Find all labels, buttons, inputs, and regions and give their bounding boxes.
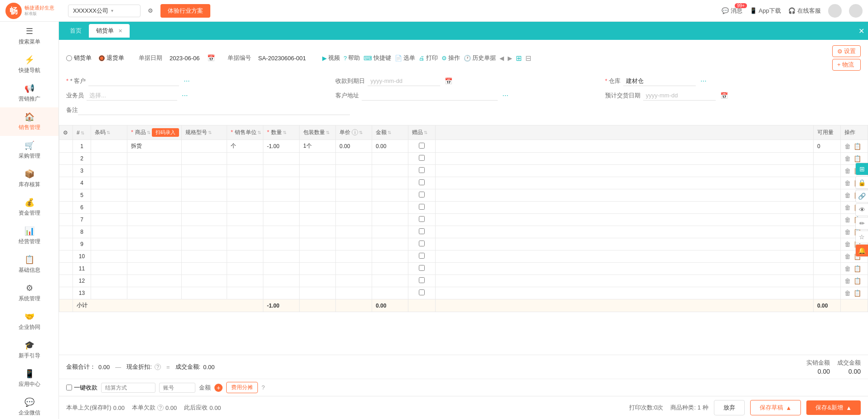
sidebar-item-purchase[interactable]: 🛒 采购管理	[0, 136, 58, 164]
sidebar-item-wechat[interactable]: 💬 企业微信	[0, 393, 58, 419]
cell-qty-5[interactable]	[263, 202, 300, 214]
cell-product-3[interactable]	[127, 177, 182, 189]
nav-prev-icon[interactable]: ◀	[499, 55, 504, 62]
cell-spec-8[interactable]	[182, 238, 227, 250]
cell-product-12[interactable]	[127, 287, 182, 299]
cell-qty-3[interactable]	[263, 177, 300, 189]
cell-gift-5[interactable]	[408, 202, 436, 214]
cell-price-7[interactable]	[336, 226, 372, 238]
cell-pkg-2[interactable]	[300, 165, 336, 177]
cell-unit-8[interactable]	[227, 238, 263, 250]
cell-unit-3[interactable]	[227, 177, 263, 189]
cell-pkg-5[interactable]	[300, 202, 336, 214]
radio-return[interactable]: 退货单	[99, 54, 124, 62]
cell-price-9[interactable]	[336, 250, 372, 263]
float-eye-btn[interactable]: 👁	[855, 203, 868, 216]
cell-pkg-12[interactable]	[300, 287, 336, 299]
user-avatar2[interactable]	[849, 4, 863, 18]
video-btn[interactable]: ▶ 视频	[322, 54, 340, 62]
add-payment-btn[interactable]: +	[214, 384, 223, 392]
discount-info-icon[interactable]: ?	[155, 364, 161, 370]
sidebar-item-appstore[interactable]: 📱 应用中心	[0, 364, 58, 393]
cell-pkg-7[interactable]	[300, 226, 336, 238]
cell-gift-7[interactable]	[408, 226, 436, 238]
op-delete-btn-6[interactable]: 🗑	[844, 216, 851, 223]
cell-barcode-7[interactable]	[91, 226, 127, 238]
cell-gift-0[interactable]	[408, 140, 436, 153]
total-debt-info-icon[interactable]: ?	[157, 405, 164, 411]
cell-pkg-1[interactable]	[300, 153, 336, 165]
cell-gift-2[interactable]	[408, 165, 436, 177]
cell-pkg-0[interactable]: 1个	[300, 140, 336, 153]
cell-product-0[interactable]: 拆货	[127, 140, 182, 153]
cell-product-7[interactable]	[127, 226, 182, 238]
cell-product-9[interactable]	[127, 250, 182, 263]
trial-btn[interactable]: 体验行业方案	[160, 4, 210, 18]
cell-qty-1[interactable]	[263, 153, 300, 165]
ops-btn[interactable]: ⚙ 操作	[441, 54, 460, 62]
cell-unit-9[interactable]	[227, 250, 263, 263]
customer-addr-dots-btn[interactable]: ···	[502, 92, 508, 100]
cell-spec-9[interactable]	[182, 250, 227, 263]
expense-help-icon[interactable]: ?	[262, 384, 265, 391]
cell-spec-7[interactable]	[182, 226, 227, 238]
cell-barcode-12[interactable]	[91, 287, 127, 299]
cell-qty-12[interactable]	[263, 287, 300, 299]
sidebar-item-guide[interactable]: 🎓 新手引导	[0, 336, 58, 364]
help-btn[interactable]: ? 帮助	[344, 54, 360, 62]
op-delete-btn-4[interactable]: 🗑	[844, 192, 851, 199]
op-delete-btn-5[interactable]: 🗑	[844, 204, 851, 211]
cell-price-4[interactable]	[336, 189, 372, 202]
cell-spec-0[interactable]	[182, 140, 227, 153]
cell-qty-7[interactable]	[263, 226, 300, 238]
receive-date-input[interactable]	[368, 76, 440, 86]
view-list-icon[interactable]: ⊟	[525, 54, 531, 63]
customer-input[interactable]	[88, 76, 179, 86]
customer-dots-btn[interactable]: ···	[184, 77, 189, 85]
online-service-btn[interactable]: 🎧 在线客服	[788, 7, 821, 15]
one-click-payment-checkbox[interactable]: 一键收款	[66, 384, 97, 392]
cell-barcode-11[interactable]	[91, 275, 127, 287]
op-delete-btn-0[interactable]: 🗑	[844, 143, 851, 150]
cell-spec-11[interactable]	[182, 275, 227, 287]
op-delete-btn-3[interactable]: 🗑	[844, 179, 851, 187]
cell-amount-12[interactable]	[372, 287, 408, 299]
float-star-btn[interactable]: ☆	[855, 231, 868, 243]
sidebar-item-operation[interactable]: 📊 经营管理	[0, 222, 58, 250]
company-selector[interactable]: XXXXXX公司 ▾	[68, 5, 141, 17]
cell-pkg-11[interactable]	[300, 275, 336, 287]
cell-product-4[interactable]	[127, 189, 182, 202]
cell-product-11[interactable]	[127, 275, 182, 287]
cell-barcode-9[interactable]	[91, 250, 127, 263]
float-link-btn[interactable]: 🔗	[855, 190, 868, 202]
op-delete-btn-2[interactable]: 🗑	[844, 167, 851, 174]
cell-price-6[interactable]	[336, 214, 372, 226]
cell-spec-10[interactable]	[182, 263, 227, 275]
cell-amount-7[interactable]	[372, 226, 408, 238]
cell-product-1[interactable]	[127, 153, 182, 165]
user-avatar[interactable]	[828, 4, 842, 18]
op-delete-btn-12[interactable]: 🗑	[844, 289, 851, 297]
cell-amount-11[interactable]	[372, 275, 408, 287]
cell-gift-8[interactable]	[408, 238, 436, 250]
cell-unit-1[interactable]	[227, 153, 263, 165]
cell-gift-4[interactable]	[408, 189, 436, 202]
cell-unit-0[interactable]: 个	[227, 140, 263, 153]
warehouse-dots-btn[interactable]: ···	[700, 77, 706, 85]
cell-pkg-4[interactable]	[300, 189, 336, 202]
tab-close-icon[interactable]: ✕	[118, 28, 122, 34]
tab-salesorder[interactable]: 销货单 ✕	[89, 24, 130, 38]
cell-spec-3[interactable]	[182, 177, 227, 189]
scan-btn[interactable]: 扫码录入	[152, 128, 179, 137]
cell-barcode-6[interactable]	[91, 214, 127, 226]
cell-qty-8[interactable]	[263, 238, 300, 250]
expense-split-btn[interactable]: 费用分摊	[226, 382, 258, 393]
sidebar-item-finance[interactable]: 💰 资金管理	[0, 193, 58, 222]
cell-product-8[interactable]	[127, 238, 182, 250]
cell-unit-7[interactable]	[227, 226, 263, 238]
cell-unit-10[interactable]	[227, 263, 263, 275]
customer-addr-input[interactable]	[362, 91, 498, 101]
tab-home[interactable]: 首页	[63, 24, 89, 38]
sidebar-item-sales[interactable]: 🏠 销售管理	[0, 107, 58, 136]
cell-product-5[interactable]	[127, 202, 182, 214]
